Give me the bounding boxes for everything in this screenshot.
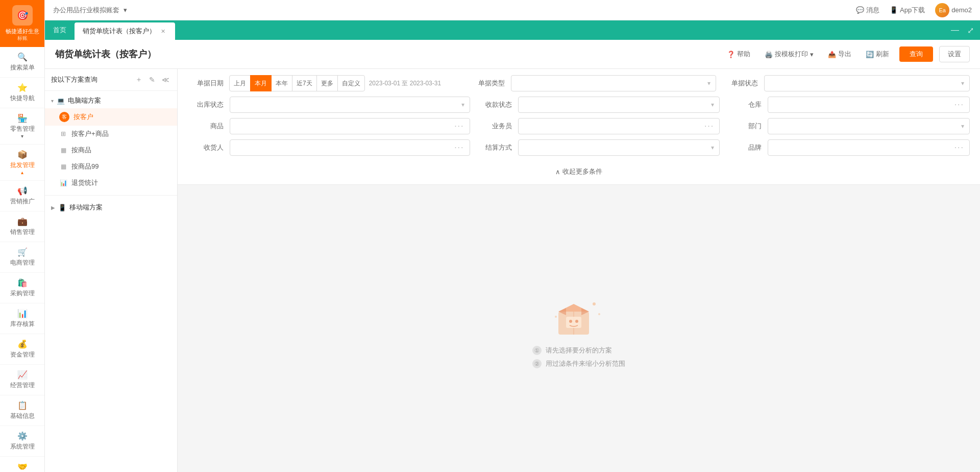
svg-point-5 (593, 302, 596, 305)
message-label: 消息 (866, 6, 879, 15)
desktop-group-arrow: ▾ (51, 98, 54, 104)
scheme-group-mobile-header[interactable]: ▶ 📱 移动端方案 (45, 200, 177, 215)
scheme-item-by-product-99[interactable]: ▦ 按商品99 (45, 158, 177, 175)
tab-maximize-btn[interactable]: ⤢ (965, 23, 976, 37)
breadcrumb-arrow[interactable]: ▾ (124, 6, 127, 14)
scheme-item-by-customer-product[interactable]: ⊞ 按客户+商品 (45, 126, 177, 142)
settle-method-control[interactable]: ▾ (518, 139, 720, 156)
query-btn[interactable]: 查询 (899, 46, 933, 62)
date-last-7-btn[interactable]: 近7天 (292, 75, 317, 91)
date-this-year-btn[interactable]: 本年 (271, 75, 292, 91)
product-control[interactable]: ··· (230, 118, 470, 134)
mobile-group-icon: 📱 (58, 204, 66, 211)
scheme-edit-btn[interactable]: ✎ (146, 74, 158, 85)
scheme-group-desktop: ▾ 💻 电脑端方案 客 按客户 ⊞ 按客户+商品 ▦ 按商品 (45, 91, 177, 193)
brand-control[interactable]: ··· (768, 139, 970, 156)
print-btn[interactable]: 🖨️ 按模板打印 ▾ (761, 48, 818, 61)
doc-type-control[interactable]: ▾ (511, 75, 717, 91)
tab-home[interactable]: 首页 (45, 20, 75, 40)
export-btn[interactable]: 📤 导出 (824, 48, 855, 61)
print-icon: 🖨️ (765, 51, 773, 58)
product-label: 商品 (188, 122, 224, 131)
tip-text-1: 请先选择要分析的方案 (546, 346, 612, 355)
sidebar-item-operations[interactable]: 📈 经营管理 (0, 365, 44, 395)
brand-dots: ··· (954, 143, 964, 152)
date-this-month-btn[interactable]: 本月 (250, 75, 272, 91)
doc-status-control[interactable]: ▾ (764, 75, 970, 91)
scheme-item-return-stats[interactable]: 📊 退货统计 (45, 175, 177, 191)
sidebar-item-quicknav[interactable]: ⭐ 快捷导航 (0, 78, 44, 108)
product-dots: ··· (454, 122, 464, 131)
desktop-group-icon: 💻 (57, 97, 65, 105)
refresh-btn[interactable]: 🔄 刷新 (862, 48, 893, 61)
wholesale-arrow: ▴ (21, 170, 23, 175)
collect-status-control[interactable]: ▾ (518, 97, 720, 113)
sidebar-item-inventory[interactable]: 📊 库存核算 (0, 303, 44, 334)
date-quick-row: 上月 本月 本年 近7天 更多 自定义 (230, 75, 365, 91)
scheme-panel-header: 按以下方案查询 ＋ ✎ ≪ (45, 69, 177, 91)
sidebar-item-quicknav-label: 快捷导航 (10, 94, 35, 103)
by-product-label: 按商品 (71, 146, 91, 155)
date-more-btn[interactable]: 更多 (316, 75, 338, 91)
tab-close-btn[interactable]: ✕ (159, 27, 167, 35)
scheme-group-mobile: ▶ 📱 移动端方案 (45, 198, 177, 217)
collapse-icon: ∧ (555, 168, 560, 176)
tab-minimize-btn[interactable]: — (949, 23, 961, 37)
scheme-group-desktop-header[interactable]: ▾ 💻 电脑端方案 (45, 93, 177, 108)
date-last-month-btn[interactable]: 上月 (229, 75, 251, 91)
sidebar-item-finance[interactable]: 💰 资金管理 (0, 334, 44, 365)
sidebar-item-retail[interactable]: 🏪 零售管理 ▾ (0, 108, 44, 145)
filter-row-3: 商品 ··· 业务员 ··· 部门 ▾ (188, 118, 970, 134)
scheme-item-by-product[interactable]: ▦ 按商品 (45, 142, 177, 158)
scheme-header-actions: ＋ ✎ ≪ (133, 74, 171, 85)
date-custom-btn[interactable]: 自定义 (337, 75, 365, 91)
tab-bar: 首页 销货单统计表（按客户） ✕ — ⤢ (45, 20, 980, 40)
by-product-99-label: 按商品99 (71, 162, 99, 171)
sidebar-item-purchase[interactable]: 🛍️ 采购管理 (0, 273, 44, 303)
scheme-collapse-btn[interactable]: ≪ (160, 74, 171, 85)
collapse-btn[interactable]: ∧ 收起更多条件 (549, 165, 608, 178)
doc-status-dropdown-icon: ▾ (961, 80, 964, 87)
page-content: 销货单统计表（按客户） ❓ 帮助 🖨️ 按模板打印 ▾ 📤 导出 🔄 刷新 (45, 40, 980, 472)
collect-status-dropdown-icon: ▾ (711, 101, 714, 108)
empty-state: ① 请先选择要分析的方案 ② 用过滤条件来缩小分析范围 (178, 185, 980, 472)
out-status-control[interactable]: ▾ (230, 97, 470, 113)
warehouse-control[interactable]: ··· (768, 97, 970, 113)
svg-point-6 (598, 313, 600, 315)
filter-row-4: 收货人 ··· 结算方式 ▾ 品牌 ··· (188, 139, 970, 156)
sidebar-item-basic[interactable]: 📋 基础信息 (0, 395, 44, 426)
desktop-group-label: 电脑端方案 (68, 96, 101, 105)
message-btn[interactable]: 💬 消息 (856, 6, 879, 15)
scheme-panel-title: 按以下方案查询 (51, 75, 97, 84)
wholesale-icon: 📦 (17, 150, 28, 159)
sidebar-item-search-label: 搜索菜单 (10, 63, 35, 72)
retail-icon: 🏪 (17, 113, 28, 123)
purchase-icon: 🛍️ (17, 278, 28, 288)
sidebar-item-ecommerce[interactable]: 🛒 电商管理 (0, 242, 44, 273)
tip-num-2: ② (532, 359, 542, 368)
warehouse-label: 仓库 (726, 100, 762, 109)
scheme-item-by-customer[interactable]: 客 按客户 (45, 108, 177, 126)
help-btn[interactable]: ❓ 帮助 (723, 48, 754, 61)
sidebar-item-sales[interactable]: 💼 销售管理 (0, 211, 44, 242)
marketing-icon: 📢 (17, 186, 28, 196)
scheme-add-btn[interactable]: ＋ (133, 74, 144, 85)
logo-icon: 🎯 (12, 5, 33, 26)
header-breadcrumb: 办公用品行业模拟账套 ▾ (53, 6, 127, 15)
tab-sales-stats[interactable]: 销货单统计表（按客户） ✕ (75, 22, 175, 40)
sidebar-item-system[interactable]: ⚙️ 系统管理 (0, 426, 44, 457)
receiver-control[interactable]: ··· (230, 139, 470, 156)
settings-btn[interactable]: 设置 (939, 46, 970, 62)
salesperson-control[interactable]: ··· (518, 118, 720, 134)
empty-tips: ① 请先选择要分析的方案 ② 用过滤条件来缩小分析范围 (532, 346, 625, 368)
app-download-btn[interactable]: 📱 App下载 (890, 6, 925, 15)
sidebar-item-marketing[interactable]: 📢 营销推广 (0, 181, 44, 211)
department-control[interactable]: ▾ (768, 118, 970, 134)
user-menu[interactable]: Ea demo2 (935, 3, 972, 17)
sidebar-item-retail-label: 零售管理 (10, 125, 35, 133)
collapse-row: ∧ 收起更多条件 (188, 161, 970, 178)
salesperson-label: 业务员 (476, 122, 512, 131)
sidebar-item-search[interactable]: 🔍 搜索菜单 (0, 47, 44, 78)
sidebar-item-enterprise[interactable]: 🤝 企业协同 (0, 457, 44, 472)
sidebar-item-wholesale[interactable]: 📦 批发管理 ▴ (0, 145, 44, 181)
